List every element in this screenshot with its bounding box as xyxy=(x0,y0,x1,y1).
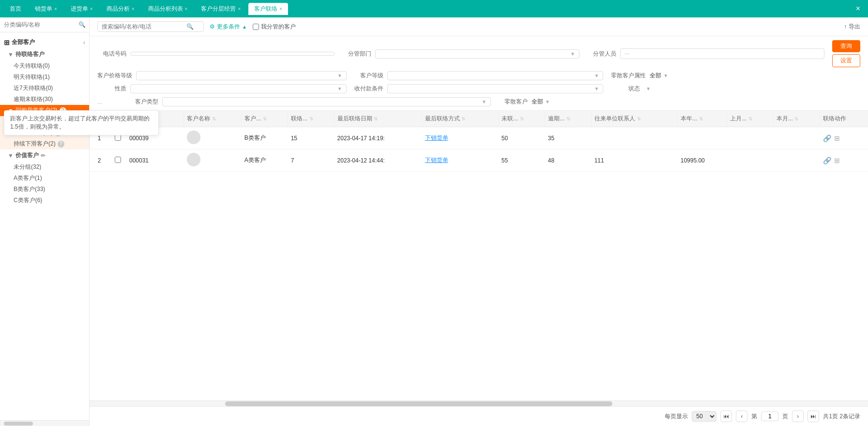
payment-terms-select[interactable]: ▼ xyxy=(387,84,604,93)
sidebar-bottom-scroll xyxy=(0,420,89,426)
customer-type-select[interactable]: ▼ xyxy=(162,97,491,106)
section-value-customer[interactable]: ▼ 价值客户 ✏ xyxy=(0,149,89,162)
customer-level-select[interactable]: ▼ xyxy=(387,71,604,80)
search-input[interactable] xyxy=(102,23,186,30)
row2-link-icon[interactable]: 🔗 xyxy=(823,157,831,164)
row2-method-link[interactable]: 下销货单 xyxy=(425,157,448,163)
close-sales-order[interactable]: × xyxy=(54,6,57,12)
section-pending-label: 待联络客户 xyxy=(15,50,45,59)
top-navigation: 首页 销货单 × 进货单 × 商品分析 × 商品分析列表 × 客户分层经营 × … xyxy=(0,0,868,17)
scrollbar-thumb[interactable] xyxy=(225,401,612,406)
row1-method-link[interactable]: 下销货单 xyxy=(425,134,448,141)
item-a-class[interactable]: A类客户(1) xyxy=(0,173,89,184)
item-b-class[interactable]: B类客户(33) xyxy=(0,184,89,195)
more-filters-button[interactable]: ⚙ 更多条件 ▲ xyxy=(210,23,247,31)
close-purchase-order[interactable]: × xyxy=(90,6,93,12)
col-last-date-sort[interactable]: ⇅ xyxy=(374,116,378,121)
price-level-select[interactable]: ▼ xyxy=(136,71,347,80)
col-last-month-header: 上月... ⇅ xyxy=(727,111,774,127)
prev-page-button[interactable]: ‹ xyxy=(736,411,747,422)
row2-check[interactable] xyxy=(109,149,126,172)
item-c-class[interactable]: C类客户(6) xyxy=(0,195,89,206)
next-page-button[interactable]: › xyxy=(792,411,804,422)
gender-select[interactable]: ▼ xyxy=(130,84,347,93)
col-last-month-sort[interactable]: ⇅ xyxy=(748,116,752,121)
tab-purchase-order[interactable]: 进货单 × xyxy=(65,3,99,15)
my-customer-checkbox[interactable] xyxy=(253,24,259,30)
retail-attr-select[interactable]: 全部 ▼ xyxy=(650,72,668,80)
section-pending-contact[interactable]: ▼ 待联络客户 xyxy=(0,48,89,60)
status-select[interactable]: ▼ xyxy=(644,86,651,91)
dept-select[interactable]: ▼ xyxy=(375,49,579,59)
col-current-year-header: 本年... ⇅ xyxy=(678,111,727,127)
total-records: 共1页 2条记录 xyxy=(823,412,860,421)
table-wrap[interactable]: ⚙ 客户编码 ⇅ 客户名称 ⇅ xyxy=(90,111,868,400)
sidebar-search-icon[interactable]: 🔍 xyxy=(78,21,86,28)
item-overdue-pending[interactable]: 逾期未联络(30) xyxy=(0,94,89,105)
col-overdue-sort[interactable]: ⇅ xyxy=(566,116,570,121)
close-product-analysis-list[interactable]: × xyxy=(185,6,188,12)
col-unread-sort[interactable]: ⇅ xyxy=(520,116,524,121)
close-customer-stratified[interactable]: × xyxy=(238,6,241,12)
tab-product-analysis[interactable]: 商品分析 × xyxy=(101,3,140,15)
tab-home[interactable]: 首页 xyxy=(4,3,27,15)
filter-icon: ⚙ xyxy=(210,23,215,30)
tree-root-all-customers[interactable]: ⊞ 全部客户 ‹ xyxy=(0,36,89,48)
manager-input[interactable]: ··· xyxy=(620,48,824,59)
tab-product-analysis-label: 商品分析 xyxy=(107,5,130,13)
col-last-month-label: 上月... xyxy=(730,115,746,122)
settings-button[interactable]: 设置 xyxy=(832,54,860,67)
filter-row-2: 客户价格等级 ▼ 客户等级 ▼ 零散客户属性 全部 xyxy=(97,71,860,80)
col-contact-person-sort[interactable]: ⇅ xyxy=(637,116,641,121)
export-button[interactable]: ↑ 导出 xyxy=(844,23,860,31)
table-horizontal-scrollbar[interactable] xyxy=(90,400,868,406)
retail-customer-select[interactable]: 全部 ▼ xyxy=(532,98,550,106)
item-7days-pending[interactable]: 近7天待联络(0) xyxy=(0,83,89,94)
row2-contact: 7 xyxy=(288,149,335,172)
gender-chevron: ▼ xyxy=(337,86,342,91)
first-page-button[interactable]: ⏮ xyxy=(720,411,732,422)
row2-checkbox[interactable] xyxy=(115,157,121,163)
col-name-sort[interactable]: ⇅ xyxy=(212,116,216,121)
value-customer-edit-icon[interactable]: ✏ xyxy=(41,152,46,159)
tab-sales-order[interactable]: 销货单 × xyxy=(29,3,63,15)
page-number-input[interactable] xyxy=(761,411,778,421)
col-unread-header: 未联... ⇅ xyxy=(499,111,545,127)
item-overdue-label: 逾期未联络(30) xyxy=(14,95,53,103)
tab-customer-contact[interactable]: 客户联络 × xyxy=(248,3,288,15)
phone-input[interactable] xyxy=(130,52,335,56)
item-today-pending[interactable]: 今天待联络(0) xyxy=(0,60,89,72)
row1-last-date: 2023-04-17 14:19: xyxy=(335,127,422,149)
row1-grid-icon[interactable]: ⊞ xyxy=(834,134,840,142)
close-customer-contact[interactable]: × xyxy=(279,6,282,12)
tab-product-analysis-list[interactable]: 商品分析列表 × xyxy=(142,3,194,15)
more-dots-expand[interactable]: ... xyxy=(97,99,102,105)
tab-sales-order-label: 销货单 xyxy=(35,5,52,13)
col-name-label: 客户名称 xyxy=(187,115,210,122)
row2-unread: 55 xyxy=(499,149,545,172)
item-declining[interactable]: 持续下滑客户(2) ? xyxy=(0,138,89,149)
close-all-tabs[interactable]: × xyxy=(856,4,860,13)
customer-type-chevron: ▼ xyxy=(482,99,487,104)
last-page-button[interactable]: ⏭ xyxy=(807,411,819,422)
col-this-month-sort[interactable]: ⇅ xyxy=(794,116,798,121)
close-product-analysis[interactable]: × xyxy=(132,6,135,12)
sidebar-search-input[interactable] xyxy=(4,21,76,28)
col-type-sort[interactable]: ⇅ xyxy=(263,116,267,121)
item-tomorrow-pending[interactable]: 明天待联络(1) xyxy=(0,72,89,83)
row1-current-year xyxy=(678,127,727,149)
col-contact-sort[interactable]: ⇅ xyxy=(309,116,313,121)
row1-link-icon[interactable]: 🔗 xyxy=(823,134,831,142)
query-button[interactable]: 查询 xyxy=(832,40,860,52)
item-ungrouped[interactable]: 未分组(32) xyxy=(0,162,89,173)
col-current-year-sort[interactable]: ⇅ xyxy=(699,116,703,121)
tab-customer-stratified[interactable]: 客户分层经营 × xyxy=(195,3,246,15)
tooltip-popup: 距客户上次交易时长，超过了此客户的平均交易周期的1.5倍，则视为异常。 xyxy=(90,110,159,135)
col-last-method-sort[interactable]: ⇅ xyxy=(461,116,465,121)
declining-help-icon[interactable]: ? xyxy=(58,141,64,147)
search-icon[interactable]: 🔍 xyxy=(186,23,194,30)
my-customer-checkbox-area[interactable]: 我分管的客户 xyxy=(253,23,296,31)
per-page-select[interactable]: 50 20 100 xyxy=(692,411,716,422)
row2-grid-icon[interactable]: ⊞ xyxy=(834,157,840,164)
col-type-label: 客户... xyxy=(244,115,261,122)
